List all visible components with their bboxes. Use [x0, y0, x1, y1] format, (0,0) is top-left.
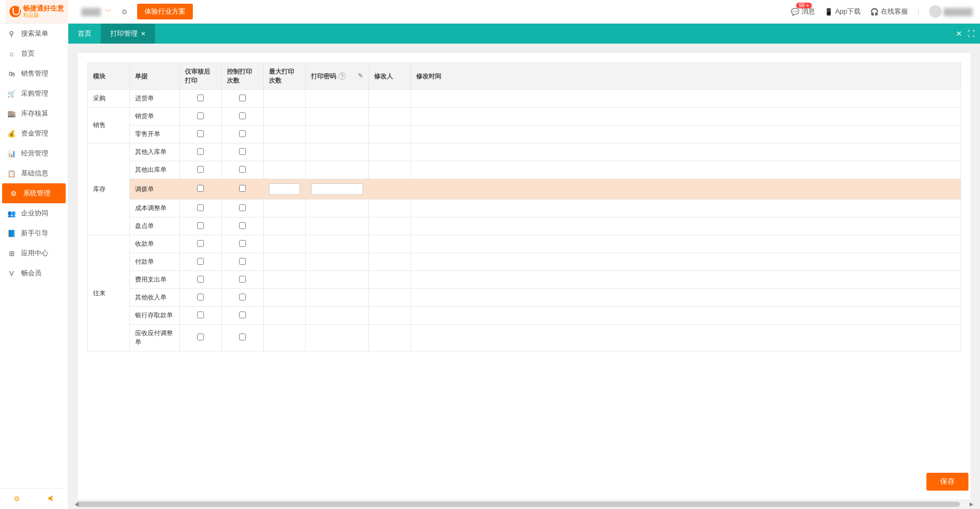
table-row: 其他出库单 — [88, 161, 961, 179]
user-name: ██████ — [944, 8, 973, 16]
only-audited-checkbox[interactable] — [197, 222, 204, 229]
cell-max — [264, 108, 306, 126]
sidebar-item-label: 系统管理 — [23, 189, 50, 198]
only-audited-checkbox[interactable] — [197, 185, 204, 192]
print-password-input[interactable] — [311, 183, 363, 195]
sidebar-item-label: 销售管理 — [21, 69, 48, 78]
control-count-checkbox[interactable] — [239, 258, 246, 265]
message-icon: 💬 — [791, 8, 799, 16]
cell-max — [264, 217, 306, 235]
only-audited-checkbox[interactable] — [197, 166, 204, 173]
cell-only-audited — [180, 307, 222, 325]
settings-icon[interactable]: ⚙ — [14, 495, 20, 503]
control-count-checkbox[interactable] — [239, 204, 246, 211]
tab-close-all-icon[interactable]: ✕ — [956, 29, 962, 38]
table-row: 银行存取款单 — [88, 307, 961, 325]
cell-only-audited — [180, 253, 222, 271]
close-icon[interactable]: ✕ — [141, 30, 146, 37]
sidebar-item-8[interactable]: ⚙系统管理 — [2, 183, 66, 203]
tab-print-manage[interactable]: 打印管理 ✕ — [101, 24, 155, 44]
control-count-checkbox[interactable] — [239, 222, 246, 229]
sidebar-item-3[interactable]: 🛒采购管理 — [0, 84, 68, 103]
table-row: 调拨单 — [88, 179, 961, 200]
cell-doc: 零售开单 — [130, 126, 180, 143]
table-row: 库存其他入库单 — [88, 143, 961, 161]
cell-control — [222, 143, 264, 161]
sidebar-item-11[interactable]: ⊞应用中心 — [0, 243, 68, 263]
cell-modifier — [369, 200, 411, 217]
table-row: 盘点单 — [88, 217, 961, 235]
edit-icon[interactable]: ✎ — [358, 72, 363, 79]
messages-button[interactable]: 💬 消息 99 + — [791, 7, 815, 16]
only-audited-checkbox[interactable] — [197, 258, 204, 265]
cell-doc: 其他出库单 — [130, 161, 180, 179]
control-count-checkbox[interactable] — [239, 294, 246, 300]
cell-modifier — [369, 161, 411, 179]
scroll-left-icon[interactable]: ◀ — [75, 501, 79, 507]
sidebar-icon: V — [7, 269, 16, 277]
sidebar-item-12[interactable]: V畅会员 — [0, 263, 68, 283]
only-audited-checkbox[interactable] — [197, 334, 204, 340]
page-body: 模块 单据 仅审核后打印 控制打印次数 最大打印次数 打印密码?✎ 修改人 修改… — [68, 44, 980, 509]
sidebar-item-label: 采购管理 — [21, 89, 48, 98]
control-count-checkbox[interactable] — [239, 311, 246, 318]
cell-control — [222, 325, 264, 351]
sidebar-item-2[interactable]: 🛍销售管理 — [0, 64, 68, 84]
only-audited-checkbox[interactable] — [197, 148, 204, 155]
control-count-checkbox[interactable] — [239, 240, 246, 247]
sidebar-icon: ⚙ — [9, 190, 18, 198]
industry-plan-button[interactable]: 体验行业方案 — [137, 4, 193, 19]
sidebar-item-7[interactable]: 📋基础信息 — [0, 163, 68, 183]
control-count-checkbox[interactable] — [239, 130, 246, 137]
cell-modifier — [369, 289, 411, 307]
control-count-checkbox[interactable] — [239, 185, 246, 192]
sidebar-item-1[interactable]: ⌂首页 — [0, 44, 68, 64]
gear-icon[interactable]: ⚙ — [121, 8, 128, 16]
horizontal-scrollbar[interactable]: ◀ ▶ — [76, 502, 973, 507]
sidebar-item-9[interactable]: 👥企业协同 — [0, 203, 68, 223]
cell-modifier — [369, 90, 411, 108]
only-audited-checkbox[interactable] — [197, 276, 204, 283]
fullscreen-icon[interactable]: ⛶ — [967, 29, 975, 38]
scroll-right-icon[interactable]: ▶ — [969, 501, 974, 507]
company-select[interactable]: ████ ﹀ ⚙ — [81, 7, 128, 16]
cell-max — [264, 253, 306, 271]
tab-home[interactable]: 首页 — [68, 24, 101, 44]
sidebar-item-4[interactable]: 🏬库存核算 — [0, 103, 68, 123]
control-count-checkbox[interactable] — [239, 95, 246, 101]
table-row: 采购进货单 — [88, 90, 961, 108]
cell-pwd — [306, 325, 369, 351]
online-service-button[interactable]: 🎧 在线客服 — [870, 7, 908, 16]
chevron-down-icon: ﹀ — [105, 7, 112, 16]
cell-doc: 收款单 — [130, 235, 180, 253]
sidebar-item-label: 企业协同 — [21, 209, 48, 218]
cell-doc: 调拨单 — [130, 179, 180, 200]
app-download-button[interactable]: 📱 App下载 — [824, 7, 861, 16]
cell-modtime — [411, 108, 961, 126]
help-icon[interactable]: ? — [338, 72, 346, 80]
only-audited-checkbox[interactable] — [197, 112, 204, 119]
control-count-checkbox[interactable] — [239, 276, 246, 283]
only-audited-checkbox[interactable] — [197, 95, 204, 101]
only-audited-checkbox[interactable] — [197, 294, 204, 300]
user-menu[interactable]: ██████ — [929, 5, 973, 18]
th-doc: 单据 — [130, 63, 180, 90]
sidebar-item-5[interactable]: 💰资金管理 — [0, 123, 68, 143]
cell-only-audited — [180, 200, 222, 217]
max-print-input[interactable] — [269, 183, 300, 195]
only-audited-checkbox[interactable] — [197, 240, 204, 247]
collapse-icon[interactable]: ⮜ — [47, 495, 54, 503]
sidebar-item-6[interactable]: 📊经营管理 — [0, 143, 68, 163]
control-count-checkbox[interactable] — [239, 112, 246, 119]
cell-doc: 其他收入单 — [130, 289, 180, 307]
only-audited-checkbox[interactable] — [197, 130, 204, 137]
sidebar-item-10[interactable]: 📘新手引导 — [0, 223, 68, 243]
control-count-checkbox[interactable] — [239, 148, 246, 155]
save-button[interactable]: 保存 — [926, 473, 968, 491]
sidebar-item-0[interactable]: ⚲搜索菜单 — [0, 24, 68, 44]
control-count-checkbox[interactable] — [239, 166, 246, 173]
only-audited-checkbox[interactable] — [197, 204, 204, 211]
cell-only-audited — [180, 108, 222, 126]
control-count-checkbox[interactable] — [239, 334, 246, 340]
only-audited-checkbox[interactable] — [197, 311, 204, 318]
